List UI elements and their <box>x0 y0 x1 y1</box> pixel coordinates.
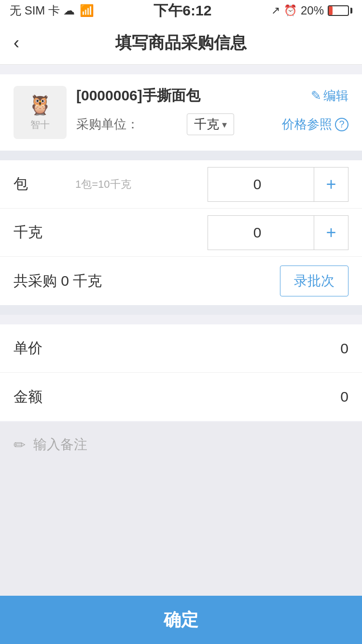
bao-field-wrap: + <box>208 167 348 202</box>
divider-2 <box>0 305 362 315</box>
kg-input-row: 千克 + <box>0 209 362 257</box>
bao-plus-button[interactable]: + <box>314 167 348 202</box>
edit-icon: ✎ <box>311 88 321 103</box>
unit-value: 千克 <box>194 116 219 133</box>
battery-icon <box>328 5 352 16</box>
kg-label: 千克 <box>14 223 71 242</box>
unit-price-label: 单价 <box>14 338 42 358</box>
wifi-icon: 📶 <box>80 4 94 17</box>
unit-select[interactable]: 千克 ▾ <box>187 113 234 135</box>
chevron-down-icon: ▾ <box>222 119 227 130</box>
amount-row: 金额 0 <box>0 373 362 421</box>
summary-row: 共采购 0 千克 录批次 <box>0 257 362 305</box>
product-thumb-label: 智十 <box>30 118 50 131</box>
amount-label: 金额 <box>14 387 42 407</box>
edit-button[interactable]: ✎ 编辑 <box>311 87 348 104</box>
edit-label: 编辑 <box>323 87 348 104</box>
unit-price-row: 单价 0 <box>0 324 362 373</box>
unit-label: 采购单位： <box>76 116 139 133</box>
bao-input-row: 包 1包=10千克 + <box>0 160 362 209</box>
kg-plus-button[interactable]: + <box>314 215 348 250</box>
status-time: 下午6:12 <box>153 1 211 21</box>
back-button[interactable]: ‹ <box>14 33 19 53</box>
amount-value: 0 <box>340 389 348 405</box>
product-card: 🦉 智十 [0000006]手撕面包 ✎ 编辑 采购单位： 千克 ▾ 价格参照 … <box>0 74 362 151</box>
kg-input[interactable] <box>208 215 314 250</box>
owl-icon: 🦉 <box>28 94 52 116</box>
kg-field-wrap: + <box>208 215 348 250</box>
status-right: ↗ ⏰ 20% <box>271 4 352 17</box>
price-ref-label: 价格参照 <box>282 116 332 133</box>
unit-row: 采购单位： 千克 ▾ 价格参照 ? <box>76 113 348 135</box>
status-bar: 无 SIM 卡 ☁ 📶 下午6:12 ↗ ⏰ 20% <box>0 0 362 21</box>
bao-input[interactable] <box>208 167 314 202</box>
note-section[interactable]: ✏ 输入备注 <box>0 422 362 480</box>
input-section: 包 1包=10千克 + 千克 + <box>0 160 362 257</box>
pencil-icon: ✏ <box>14 436 26 453</box>
batch-button[interactable]: 录批次 <box>280 266 348 296</box>
bao-sublabel: 1包=10千克 <box>75 177 208 192</box>
divider-1 <box>0 151 362 160</box>
product-name-row: [0000006]手撕面包 ✎ 编辑 <box>76 86 348 106</box>
unit-price-value: 0 <box>340 340 348 357</box>
price-ref-button[interactable]: 价格参照 ? <box>282 116 348 133</box>
product-name: [0000006]手撕面包 <box>76 86 200 106</box>
bao-label: 包 <box>14 174 71 194</box>
location-icon: ↗ <box>271 4 280 17</box>
product-info: [0000006]手撕面包 ✎ 编辑 采购单位： 千克 ▾ 价格参照 ? <box>76 86 348 135</box>
battery-label: 20% <box>301 4 324 17</box>
alarm-icon: ⏰ <box>284 4 297 17</box>
summary-text: 共采购 0 千克 <box>14 271 102 291</box>
info-section: 单价 0 金额 0 <box>0 324 362 421</box>
no-sim-label: 无 SIM 卡 ☁ <box>10 3 75 18</box>
page-title: 填写商品采购信息 <box>115 32 247 54</box>
page-header: ‹ 填写商品采购信息 <box>0 21 362 65</box>
product-thumbnail: 🦉 智十 <box>14 86 67 139</box>
note-placeholder: 输入备注 <box>33 435 87 454</box>
status-left: 无 SIM 卡 ☁ 📶 <box>10 3 94 18</box>
confirm-button[interactable]: 确定 <box>0 596 362 644</box>
info-icon: ? <box>335 118 348 131</box>
content-area <box>0 480 362 615</box>
